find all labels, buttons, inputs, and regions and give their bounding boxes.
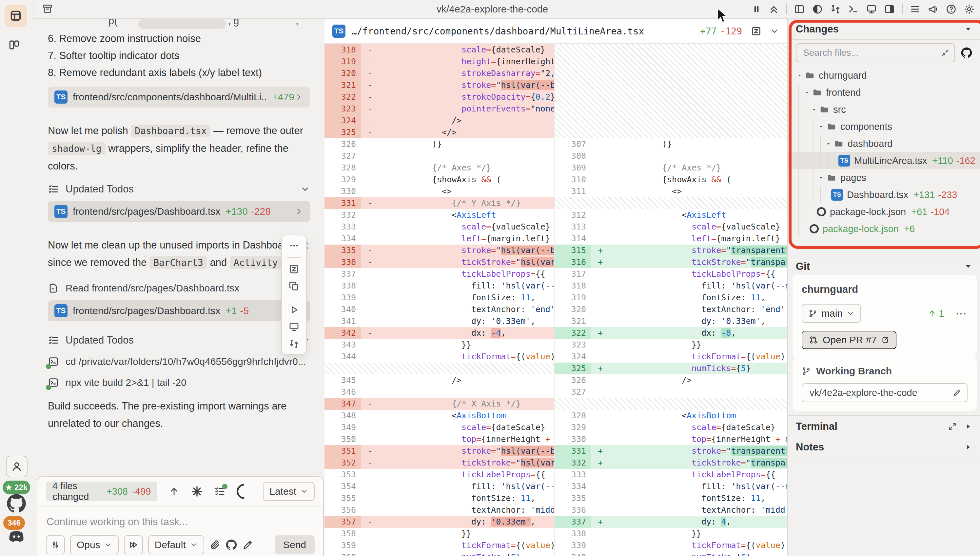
edit-icon[interactable] <box>953 388 962 397</box>
assistant-message: Build succeeds. The pre-existing import … <box>48 397 310 432</box>
changes-section-header[interactable]: Changes <box>796 19 972 39</box>
terminal-button[interactable] <box>848 3 859 15</box>
discord-link[interactable] <box>6 527 26 548</box>
more-actions-button[interactable]: ⋯ <box>956 307 967 320</box>
tree-file-MultiLineArea.tsx[interactable]: TSMultiLineArea.tsx+110-162 <box>788 152 980 169</box>
announcements-button[interactable] <box>928 3 939 15</box>
version-select[interactable]: Latest <box>263 482 315 501</box>
collapse-diff-icon[interactable] <box>770 26 780 36</box>
caret-down-icon[interactable] <box>796 73 803 78</box>
send-button[interactable]: Send <box>274 535 315 554</box>
folder-icon <box>812 87 822 97</box>
caret-down-icon[interactable] <box>817 124 825 129</box>
caret-down-icon[interactable] <box>817 175 825 180</box>
tree-file-package-lock.json[interactable]: package-lock.json+61-104 <box>788 203 980 220</box>
fast-forward-button[interactable] <box>124 535 143 554</box>
diff-context-line: 346 <box>325 386 554 398</box>
mode-select[interactable]: Default <box>148 535 204 554</box>
scroll-top-button[interactable] <box>168 486 179 497</box>
git-compare-button[interactable] <box>289 338 300 349</box>
pen-icon[interactable] <box>242 539 253 550</box>
line-number: 324 <box>325 115 361 126</box>
message-input[interactable] <box>46 516 316 528</box>
file-change-chip[interactable]: TSfrontend/src/pages/Dashboard.tsx+1-5 <box>48 300 310 321</box>
spark-icon[interactable] <box>191 485 203 498</box>
git-compare-button[interactable] <box>830 3 841 15</box>
caret-down-icon[interactable] <box>810 107 817 112</box>
diff-old-column[interactable]: 318-scale={dateScale}319-height={innerHe… <box>325 44 555 556</box>
diff-new-column[interactable]: 307)}308309{/* Axes */}310{showAxis && (… <box>555 44 787 556</box>
theme-toggle-button[interactable] <box>812 3 823 15</box>
diff-marker <box>361 162 379 174</box>
diff-context-line: 319fontSize: 11, <box>555 292 787 304</box>
caret-down-icon[interactable] <box>825 141 832 146</box>
tree-file-package-lock.json[interactable]: package-lock.json+6 <box>788 220 980 238</box>
preview-button[interactable] <box>289 321 300 333</box>
help-button[interactable] <box>946 3 957 15</box>
github-link[interactable] <box>6 494 26 515</box>
toggle-right-panel-button[interactable] <box>884 3 895 15</box>
tree-folder-dashboard[interactable]: dashboard <box>788 135 980 152</box>
terminal-section-header[interactable]: Terminal <box>796 416 972 437</box>
updated-todos-row[interactable]: Updated Todos <box>48 335 310 346</box>
attach-icon[interactable] <box>210 539 221 550</box>
terminal-command-row[interactable]: cd /private/var/folders/10/h7w0q46556ggr… <box>48 356 310 367</box>
folder-icon <box>819 105 829 115</box>
collapse-tree-icon[interactable] <box>941 48 950 57</box>
working-branch-input[interactable] <box>809 387 953 399</box>
caret-down-icon[interactable] <box>803 90 810 95</box>
search-input[interactable] <box>802 47 941 58</box>
account-button[interactable] <box>6 456 27 477</box>
open-diff-button[interactable] <box>289 263 300 275</box>
file-name: MultiLineArea.tsx <box>854 155 927 166</box>
line-number: 352 <box>325 457 361 469</box>
board-button[interactable] <box>8 39 20 52</box>
file-change-chip[interactable]: TSfrontend/src/pages/Dashboard.tsx+130-2… <box>48 201 310 222</box>
notes-section-header[interactable]: Notes <box>796 437 972 457</box>
folder-icon <box>827 121 836 131</box>
branch-select[interactable]: main <box>802 304 861 323</box>
person-icon <box>10 460 23 473</box>
github-icon[interactable] <box>226 539 237 550</box>
chevron-down-icon[interactable] <box>300 184 310 194</box>
file-change-chip[interactable]: TSfrontend/src/components/dashboard/Mult… <box>48 87 310 108</box>
settings-button[interactable] <box>46 535 65 554</box>
files-changed-chip[interactable]: 4 files changed +308 -499 <box>46 482 157 501</box>
run-button[interactable] <box>289 304 300 315</box>
tree-folder-frontend[interactable]: frontend <box>788 84 980 101</box>
tree-file-Dashboard.tsx[interactable]: TSDashboard.tsx+131-233 <box>788 186 980 203</box>
folder-icon <box>827 173 836 183</box>
code-text: dy: 4, <box>609 516 787 528</box>
updated-todos-row[interactable]: Updated Todos <box>48 183 310 195</box>
expand-icon[interactable] <box>948 422 957 431</box>
line-number: 359 <box>325 540 361 551</box>
diff-marker: - <box>361 115 379 126</box>
workspace-button[interactable] <box>5 5 27 27</box>
tree-folder-pages[interactable]: pages <box>788 169 980 186</box>
read-file-row[interactable]: Read frontend/src/pages/Dashboard.tsx <box>48 283 310 294</box>
tree-folder-churnguard[interactable]: churnguard <box>788 67 980 84</box>
tree-folder-components[interactable]: components <box>788 118 980 135</box>
diff-context-line: 334fill: 'hsl(var(--m <box>555 481 787 492</box>
collapse-all-button[interactable] <box>768 3 780 15</box>
archive-box-icon[interactable] <box>42 3 53 15</box>
todos-button[interactable] <box>214 486 226 497</box>
model-select[interactable]: Opus <box>70 535 119 554</box>
tree-folder-src[interactable]: src <box>788 101 980 118</box>
open-pr-button[interactable]: Open PR #7 <box>802 331 896 349</box>
diff-marker <box>361 433 379 445</box>
preview-button[interactable] <box>866 3 877 15</box>
pause-button[interactable] <box>752 4 761 14</box>
terminal-command-row[interactable]: npx vite build 2>&1 | tail -20 <box>48 377 310 388</box>
git-section-header[interactable]: Git <box>796 256 972 277</box>
more-options-button[interactable] <box>289 240 300 251</box>
settings-button[interactable] <box>964 3 975 15</box>
github-icon[interactable] <box>961 47 972 58</box>
code-text <box>379 386 554 398</box>
toggle-left-panel-button[interactable] <box>794 3 805 15</box>
diff-mode-icon[interactable] <box>751 26 762 37</box>
code-text: pointerEvents="none" <box>379 103 554 115</box>
copy-button[interactable] <box>289 281 300 292</box>
menu-button[interactable] <box>909 3 921 15</box>
ts-file-badge: TS <box>55 205 68 218</box>
